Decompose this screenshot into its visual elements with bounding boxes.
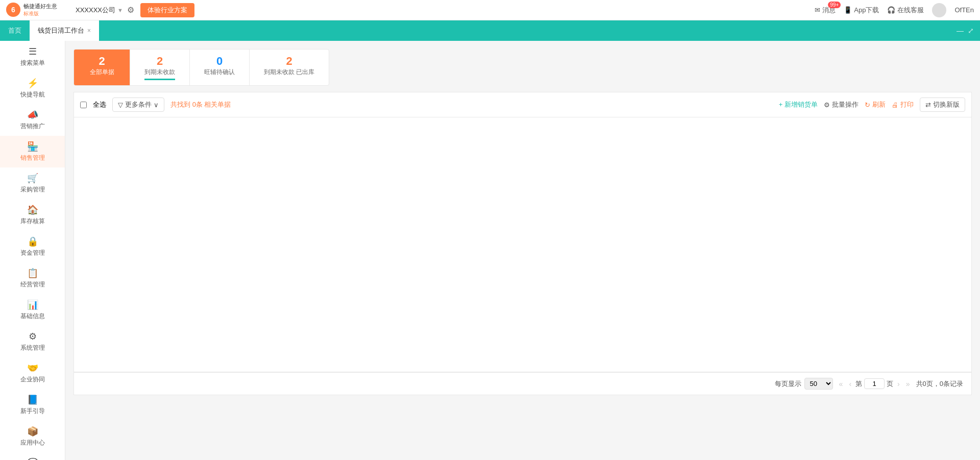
company-name: XXXXXX公司 — [76, 6, 115, 15]
tab-home[interactable]: 首页 — [0, 20, 30, 41]
online-service-label: 在线客服 — [897, 6, 924, 15]
sidebar-item-inventory[interactable]: 🏠 库存核算 — [0, 199, 65, 231]
purchase-icon: 🛒 — [27, 173, 38, 184]
sidebar-item-sales[interactable]: 🏪 销售管理 — [0, 136, 65, 167]
app-center-icon: 📦 — [27, 426, 38, 437]
prev-page-btn[interactable]: ‹ — [847, 379, 853, 389]
table-area — [74, 117, 972, 372]
stat-label-overdue: 到期未收款 — [144, 68, 175, 77]
app-download-btn[interactable]: 📱 App下载 — [844, 6, 879, 15]
app-icon: 📱 — [844, 6, 852, 14]
sidebar-label-sales: 销售管理 — [20, 154, 45, 162]
experience-btn[interactable]: 体验行业方案 — [140, 3, 194, 17]
stat-tab-all[interactable]: 2 全部单据 — [74, 50, 130, 85]
add-order-btn[interactable]: + 新增销货单 — [779, 100, 818, 109]
select-all-checkbox[interactable] — [80, 102, 87, 108]
stat-num-all: 2 — [88, 55, 115, 68]
chevron-down-icon: ▼ — [117, 7, 123, 13]
basic-info-icon: 📊 — [27, 299, 38, 310]
sidebar-label-finance: 资金管理 — [20, 249, 45, 257]
company-selector[interactable]: XXXXXX公司 ▼ — [76, 6, 123, 15]
sidebar-item-system[interactable]: ⚙ 系统管理 — [0, 326, 65, 357]
select-all-label: 全选 — [93, 100, 106, 109]
tab-home-label: 首页 — [8, 26, 21, 35]
tab-active-label: 钱货日清工作台 — [38, 26, 84, 35]
stat-tab-underline — [144, 79, 175, 80]
page-prefix: 第 — [855, 379, 862, 389]
sales-icon: 🏪 — [27, 141, 38, 152]
sidebar-item-finance[interactable]: 🔒 资金管理 — [0, 231, 65, 262]
marketing-icon: 📣 — [27, 109, 38, 120]
last-page-btn[interactable]: » — [904, 379, 912, 389]
sidebar-label-marketing: 营销推广 — [20, 122, 45, 131]
main-content: 2 全部单据 2 到期未收款 0 旺辅待确认 2 到期未收款 已出库 全选 ▽ … — [65, 41, 980, 460]
online-service-btn[interactable]: 🎧 在线客服 — [887, 6, 924, 15]
sidebar-item-app-center[interactable]: 📦 应用中心 — [0, 421, 65, 452]
switch-version-btn[interactable]: ⇄ 切换新版 — [920, 98, 965, 112]
refresh-btn[interactable]: ↻ 刷新 — [865, 100, 886, 109]
sidebar-item-search-menu[interactable]: ☰ 搜索菜单 — [0, 41, 65, 72]
page-suffix: 页 — [887, 379, 893, 389]
inventory-icon: 🏠 — [27, 204, 38, 215]
enterprise-icon: 🤝 — [27, 362, 38, 374]
stat-tab-overdue[interactable]: 2 到期未收款 — [130, 50, 190, 85]
user-name: OfTEn — [954, 6, 974, 14]
first-page-btn[interactable]: « — [837, 379, 845, 389]
page-input[interactable] — [864, 378, 885, 389]
stat-label-shipped: 到期未收款 已出库 — [264, 68, 314, 77]
tab-minimize-icon[interactable]: — — [957, 27, 964, 35]
stat-tab-shipped[interactable]: 2 到期未收款 已出库 — [250, 50, 329, 85]
system-icon: ⚙ — [29, 331, 37, 342]
toolbar: 全选 ▽ 更多条件 ∨ 共找到 0条 相关单据 + 新增销货单 ⚙ 批量操作 ↻… — [74, 92, 972, 117]
toolbar-right: + 新增销货单 ⚙ 批量操作 ↻ 刷新 🖨 打印 ⇄ 切换新版 — [779, 98, 965, 112]
settings-icon[interactable]: ⚙ — [127, 5, 134, 15]
sidebar-item-quick-nav[interactable]: ⚡ 快捷导航 — [0, 72, 65, 104]
sidebar-item-enterprise[interactable]: 🤝 企业协同 — [0, 357, 65, 389]
sidebar-label-search-menu: 搜索菜单 — [20, 59, 45, 67]
filter-btn[interactable]: ▽ 更多条件 ∨ — [112, 98, 164, 112]
total-info: 共0页，0条记录 — [916, 379, 963, 389]
sidebar-item-wechat[interactable]: 💬 企业微信 — [0, 452, 65, 460]
found-suffix: 相关单据 — [204, 101, 231, 108]
print-btn[interactable]: 🖨 打印 — [892, 100, 914, 109]
sidebar-label-quick-nav: 快捷导航 — [20, 90, 45, 99]
sidebar-label-system: 系统管理 — [20, 344, 45, 352]
found-text: 共找到 0条 相关单据 — [170, 100, 231, 109]
filter-icon: ▽ — [118, 101, 123, 109]
tab-active[interactable]: 钱货日清工作台 × — [30, 20, 99, 41]
sidebar-item-marketing[interactable]: 📣 营销推广 — [0, 104, 65, 136]
stat-num-overdue: 2 — [144, 55, 175, 68]
batch-operation-btn[interactable]: ⚙ 批量操作 — [824, 100, 859, 109]
wechat-icon: 💬 — [27, 457, 38, 460]
print-label: 打印 — [900, 100, 914, 109]
quick-nav-icon: ⚡ — [27, 78, 38, 89]
message-badge: 99+ — [828, 2, 841, 8]
sidebar-item-purchase[interactable]: 🛒 采购管理 — [0, 167, 65, 199]
switch-label: 切换新版 — [933, 100, 960, 109]
header-right: ✉ 消息 99+ 📱 App下载 🎧 在线客服 OfTEn — [815, 3, 974, 17]
next-page-btn[interactable]: › — [895, 379, 902, 389]
stat-tab-pending[interactable]: 0 旺辅待确认 — [190, 50, 250, 85]
page-nav: « ‹ 第 页 › » — [837, 378, 912, 389]
batch-icon: ⚙ — [824, 101, 830, 109]
finance-icon: 🔒 — [27, 236, 38, 247]
stat-num-pending: 0 — [204, 55, 235, 68]
batch-label: 批量操作 — [832, 100, 859, 109]
logo-icon: 6 — [6, 3, 20, 17]
message-btn[interactable]: ✉ 消息 99+ — [815, 6, 836, 15]
avatar[interactable] — [932, 3, 946, 17]
filter-label: 更多条件 — [125, 100, 152, 109]
switch-icon: ⇄ — [925, 101, 931, 109]
per-page-select[interactable]: 50 10 20 100 — [804, 378, 833, 390]
sidebar-label-inventory: 库存核算 — [20, 217, 45, 226]
sidebar-item-guide[interactable]: 📘 新手引导 — [0, 389, 65, 421]
tab-close-icon[interactable]: × — [87, 27, 91, 34]
refresh-icon: ↻ — [865, 101, 870, 109]
service-icon: 🎧 — [887, 6, 895, 14]
tab-expand-icon[interactable]: ⤢ — [968, 27, 974, 35]
found-prefix: 共找到 — [170, 101, 190, 108]
sidebar-label-basic-info: 基础信息 — [20, 312, 45, 321]
sidebar-label-purchase: 采购管理 — [20, 185, 45, 194]
sidebar-item-operations[interactable]: 📋 经营管理 — [0, 262, 65, 294]
sidebar-item-basic-info[interactable]: 📊 基础信息 — [0, 294, 65, 326]
